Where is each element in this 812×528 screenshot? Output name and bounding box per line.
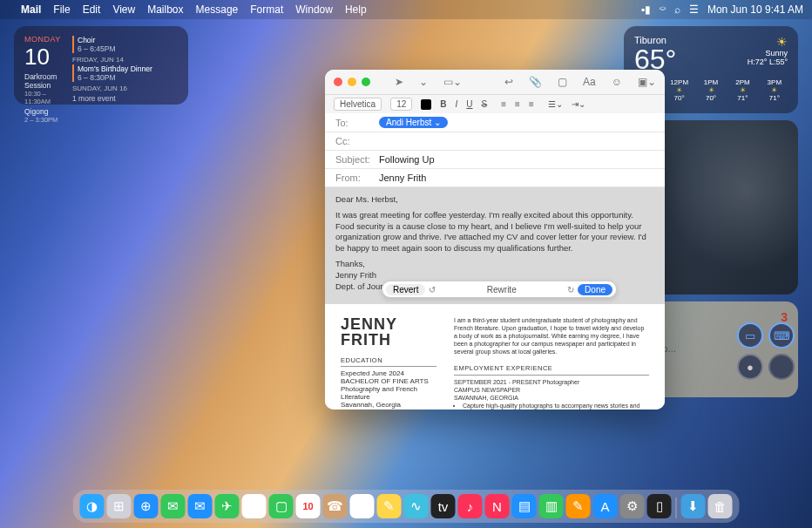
battery-icon[interactable]: ▪▮ bbox=[641, 3, 651, 16]
send-icon[interactable]: ➤ bbox=[395, 76, 403, 88]
from-value[interactable]: Jenny Frith bbox=[379, 173, 654, 183]
color-swatch[interactable] bbox=[421, 99, 431, 110]
menu-edit[interactable]: Edit bbox=[83, 3, 101, 16]
align-center-icon[interactable]: ≡ bbox=[515, 99, 520, 109]
close-button[interactable] bbox=[334, 78, 342, 86]
weather-hilo: H:72° L:55° bbox=[748, 58, 788, 66]
calendar-widget[interactable]: MONDAY 10 Darkroom Session 10:30 – 11:30… bbox=[14, 26, 188, 105]
rewrite-toolbar: Revert ↺ Rewrite ↻ Done bbox=[382, 281, 617, 298]
calendar-event: Choir 6 – 6:45PM bbox=[72, 36, 178, 53]
mic-control-icon[interactable]: ● bbox=[737, 354, 763, 380]
emoji-icon[interactable]: ☺ bbox=[612, 76, 622, 88]
dock-maps[interactable]: ✈ bbox=[215, 494, 240, 518]
chevron-down-icon[interactable]: ⌄ bbox=[419, 76, 428, 88]
dock-iphone[interactable]: ▯ bbox=[647, 494, 672, 518]
keyboard-control-icon[interactable]: ⌨ bbox=[768, 322, 795, 349]
dock-photos[interactable]: ✿ bbox=[242, 494, 267, 518]
resume-name: JENNYFRITH bbox=[341, 316, 436, 348]
menu-view[interactable]: View bbox=[112, 3, 135, 16]
dock-numbers[interactable]: ▥ bbox=[539, 494, 564, 518]
dock-settings[interactable]: ⚙ bbox=[620, 494, 645, 518]
dock-calendar[interactable]: 10 bbox=[296, 494, 321, 518]
minimize-button[interactable] bbox=[348, 78, 356, 86]
subject-value[interactable]: Following Up bbox=[379, 154, 654, 165]
size-select[interactable]: 12 bbox=[390, 98, 412, 111]
underline-button[interactable]: U bbox=[466, 99, 472, 109]
zoom-button[interactable] bbox=[362, 78, 370, 86]
menu-window[interactable]: Window bbox=[295, 3, 333, 16]
dock-appstore[interactable]: A bbox=[593, 494, 618, 518]
dock-trash[interactable]: 🗑 bbox=[708, 494, 733, 518]
menu-message[interactable]: Message bbox=[196, 3, 239, 16]
font-select[interactable]: Helvetica bbox=[334, 98, 382, 111]
window-titlebar[interactable]: ➤ ⌄ ▭⌄ ↩ 📎 ▢ Aa ☺ ▣⌄ bbox=[325, 70, 665, 94]
dock-mail[interactable]: ✉ bbox=[188, 494, 213, 518]
dock-freeform[interactable]: ∿ bbox=[404, 494, 429, 518]
redo-icon[interactable]: ↻ bbox=[567, 285, 574, 294]
resume-attachment: JENNYFRITH EDUCATION Expected June 2024 … bbox=[325, 304, 665, 410]
calendar-day-label: MONDAY bbox=[24, 35, 72, 44]
rewrite-label: Rewrite bbox=[436, 285, 567, 294]
indent-icon[interactable]: ⇥⌄ bbox=[572, 99, 585, 109]
from-field-row[interactable]: From: Jenny Frith Revert ↺ Rewrite ↻ Don… bbox=[325, 169, 665, 187]
desktop-controls: ▭ ⌨ ● bbox=[737, 322, 795, 380]
subject-field-row[interactable]: Subject: Following Up bbox=[325, 151, 665, 169]
dock-reminders[interactable]: ☰ bbox=[350, 494, 375, 518]
menu-mailbox[interactable]: Mailbox bbox=[147, 3, 183, 16]
weather-condition: Sunny bbox=[748, 49, 788, 58]
sun-icon: ☀ bbox=[748, 35, 788, 49]
dock-pages[interactable]: ✎ bbox=[566, 494, 591, 518]
wifi-icon[interactable]: ⌔ bbox=[660, 3, 666, 16]
done-button[interactable]: Done bbox=[578, 284, 612, 295]
menu-file[interactable]: File bbox=[53, 3, 70, 16]
format-bar: Helvetica 12 B I U S ≡ ≡ ≡ ☰⌄ ⇥⌄ bbox=[325, 94, 665, 113]
menu-format[interactable]: Format bbox=[250, 3, 283, 16]
dock-facetime[interactable]: ▢ bbox=[269, 494, 294, 518]
dock-news[interactable]: N bbox=[485, 494, 510, 518]
app-menu[interactable]: Mail bbox=[21, 3, 41, 16]
blank-control[interactable] bbox=[768, 354, 795, 380]
menu-help[interactable]: Help bbox=[345, 3, 367, 16]
dock-contacts[interactable]: ☎ bbox=[323, 494, 348, 518]
resume-about: I am a third-year student undergraduate … bbox=[454, 316, 649, 355]
compose-body[interactable]: Dear Ms. Herbst, It was great meeting fo… bbox=[325, 187, 665, 410]
dock-messages[interactable]: ✉ bbox=[161, 494, 186, 518]
dock-keynote[interactable]: ▤ bbox=[512, 494, 537, 518]
dock: ◑⊞⊕✉✉✈✿▢10☎☰✎∿tv♪N▤▥✎A⚙▯⬇🗑 bbox=[73, 490, 740, 523]
list-icon[interactable]: ☰⌄ bbox=[548, 99, 563, 109]
reply-icon[interactable]: ↩ bbox=[504, 76, 513, 88]
search-icon[interactable]: ⌕ bbox=[674, 3, 680, 16]
revert-button[interactable]: Revert bbox=[386, 284, 425, 295]
photo-icon[interactable]: ▢ bbox=[558, 76, 567, 88]
strike-button[interactable]: S bbox=[482, 99, 488, 109]
italic-button[interactable]: I bbox=[456, 99, 458, 109]
clock[interactable]: Mon Jun 10 9:41 AM bbox=[707, 3, 803, 16]
recipient-pill[interactable]: Andi Herbst ⌄ bbox=[379, 117, 448, 128]
dock-safari[interactable]: ⊕ bbox=[134, 494, 159, 518]
header-toggle-icon[interactable]: ▭⌄ bbox=[443, 76, 462, 88]
calendar-event: Mom's Birthday Dinner 6 – 8:30PM bbox=[72, 64, 178, 82]
dock-downloads[interactable]: ⬇ bbox=[681, 494, 706, 518]
calendar-event: Qigong 2 – 3:30PM bbox=[24, 107, 72, 124]
media-icon[interactable]: ▣⌄ bbox=[638, 76, 656, 88]
undo-icon[interactable]: ↺ bbox=[429, 285, 436, 294]
control-center-icon[interactable]: ☰ bbox=[689, 3, 699, 16]
calendar-more: 1 more event bbox=[72, 94, 178, 103]
to-field-row[interactable]: To: Andi Herbst ⌄ bbox=[325, 113, 665, 132]
align-right-icon[interactable]: ≡ bbox=[529, 99, 534, 109]
align-left-icon[interactable]: ≡ bbox=[501, 99, 506, 109]
dock-tv[interactable]: tv bbox=[431, 494, 456, 518]
mail-compose-window: ➤ ⌄ ▭⌄ ↩ 📎 ▢ Aa ☺ ▣⌄ Helvetica 12 B I U … bbox=[325, 70, 665, 410]
bold-button[interactable]: B bbox=[440, 99, 446, 109]
cc-field-row[interactable]: Cc: bbox=[325, 132, 665, 151]
resume-bullets: Capture high-quality photographs to acco… bbox=[463, 402, 649, 410]
format-icon[interactable]: Aa bbox=[583, 76, 596, 88]
display-control-icon[interactable]: ▭ bbox=[737, 322, 763, 349]
dock-notes[interactable]: ✎ bbox=[377, 494, 402, 518]
calendar-day-number: 10 bbox=[24, 44, 72, 71]
menu-bar: Mail File Edit View Mailbox Message Form… bbox=[0, 0, 812, 19]
dock-finder[interactable]: ◑ bbox=[80, 494, 105, 518]
dock-music[interactable]: ♪ bbox=[458, 494, 483, 518]
dock-launchpad[interactable]: ⊞ bbox=[107, 494, 132, 518]
attach-icon[interactable]: 📎 bbox=[529, 76, 542, 88]
